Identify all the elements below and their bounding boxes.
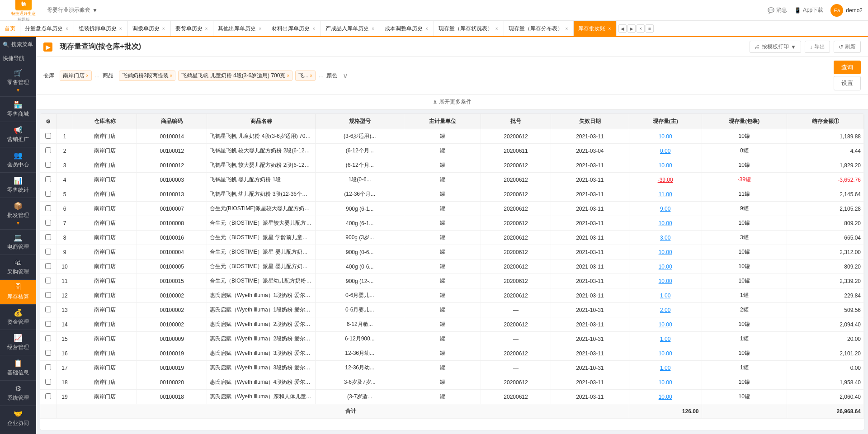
tab-home[interactable]: 首页 [0,21,20,37]
page-expand-btn[interactable]: ▶ [43,42,52,52]
td-checkbox[interactable] [40,216,57,231]
industry-select[interactable]: 母婴行业演示账套 ▼ [47,6,98,14]
row-checkbox[interactable] [45,263,51,269]
td-stock-main[interactable]: 1.00 [629,288,702,303]
settings-btn[interactable]: 设置 [834,76,861,90]
close-chengpin[interactable]: × [371,26,375,31]
sidebar-item-marketing[interactable]: 📢 营销推广 [0,122,36,147]
row-checkbox[interactable] [45,176,51,182]
row-checkbox[interactable] [45,292,51,298]
tab-kucun-batch[interactable]: 库存批次账 × [574,21,617,37]
td-checkbox[interactable] [40,202,57,216]
sidebar-item-system[interactable]: ⚙ 系统管理 [0,381,36,406]
goods-more[interactable]: … [318,72,324,79]
sidebar-item-purchase[interactable]: 🛍 采购管理 [0,255,36,280]
td-checkbox[interactable] [40,158,57,173]
query-btn[interactable]: 查询 [834,61,861,74]
close-xiancunl-dist[interactable]: × [565,26,569,31]
tab-zuzhuang[interactable]: 组装拆卸单历史 × [74,21,128,37]
tab-chuku[interactable]: 其他出库单历史 × [213,21,267,37]
goods-tag3-close[interactable]: × [310,73,312,78]
row-checkbox[interactable] [45,335,51,341]
sidebar-item-retail-stats[interactable]: 📊 零售统计 [0,173,36,198]
td-stock-main[interactable]: 9.00 [629,202,702,216]
td-stock-main[interactable]: 10.00 [629,245,702,259]
sidebar-item-basic-info[interactable]: 📋 基础信息 [0,355,36,381]
td-checkbox[interactable] [40,288,57,303]
row-checkbox[interactable] [45,379,51,385]
row-checkbox[interactable] [45,249,51,255]
sidebar-item-wholesale[interactable]: 📦 批发管理 ▼ [0,198,36,230]
warehouse-tag[interactable]: 南岸门店 × [60,71,92,81]
row-checkbox[interactable] [45,364,51,370]
td-stock-main[interactable]: 10.00 [629,390,702,404]
row-checkbox[interactable] [45,147,51,153]
warehouse-tag-close[interactable]: × [86,73,89,78]
export-btn[interactable]: ↓ 导出 [805,41,830,53]
tab-cailiao[interactable]: 材料出库单历史 × [267,21,321,37]
nav-close-all-btn[interactable]: × [637,24,645,33]
td-checkbox[interactable] [40,129,57,144]
sidebar-item-retail-store[interactable]: 🏪 零售商城 [0,97,36,122]
td-stock-main[interactable]: 10.00 [629,375,702,390]
user-area[interactable]: Ea demo2 [830,4,863,17]
refresh-btn[interactable]: ↺ 刷新 [834,41,861,53]
sidebar-item-inventory[interactable]: 🗄 库存核算 [0,280,36,305]
sidebar-item-members[interactable]: 👥 会员中心 [0,147,36,173]
warehouse-more[interactable]: … [94,72,100,79]
sidebar-search-btn[interactable]: 🔍 搜索菜单 [0,37,36,52]
close-zuzhuang[interactable]: × [118,26,123,31]
close-fenpan[interactable]: × [65,26,69,31]
close-chengbentiao[interactable]: × [425,26,429,31]
td-stock-main[interactable]: 10.00 [629,216,702,231]
close-yaohuo[interactable]: × [204,26,209,31]
nav-menu-btn[interactable]: ≡ [646,24,654,33]
sidebar-item-operations[interactable]: 📈 经营管理 [0,330,36,355]
row-checkbox[interactable] [45,191,51,197]
close-diaob[interactable]: × [161,26,166,31]
td-stock-main[interactable]: -39.00 [629,173,702,187]
row-checkbox[interactable] [45,307,51,312]
row-checkbox[interactable] [45,133,51,139]
td-checkbox[interactable] [40,317,57,332]
row-checkbox[interactable] [45,234,51,240]
sidebar-item-finance[interactable]: 💰 资金管理 [0,305,36,330]
td-stock-main[interactable]: 3.00 [629,231,702,245]
tab-fenpan[interactable]: 分量盘点单历史 × [20,21,74,37]
td-checkbox[interactable] [40,173,57,187]
td-stock-main[interactable]: 10.00 [629,346,702,361]
goods-tag-2[interactable]: 飞鹤星飞帆 儿童奶粉 4段(3-6岁适用) 700克 × [178,71,292,81]
td-stock-main[interactable]: 11.00 [629,187,702,202]
close-kucun-batch[interactable]: × [607,26,612,31]
tab-chengbentiao[interactable]: 成本调整单历史 × [380,21,434,37]
tab-xiancunl-status[interactable]: 现存量（库存状况表） × [434,21,504,37]
goods-tag-1[interactable]: 飞鹤奶粉3段两提装 × [119,71,176,81]
print-btn[interactable]: 🖨 按模板打印 ▼ [750,41,801,53]
row-checkbox[interactable] [45,162,51,168]
sidebar-item-enterprise[interactable]: 🤝 企业协同 [0,406,36,431]
td-checkbox[interactable] [40,375,57,390]
nav-prev-btn[interactable]: ◀ [618,24,627,33]
row-checkbox[interactable] [45,205,51,211]
td-stock-main[interactable]: 10.00 [629,317,702,332]
td-stock-main[interactable]: 1.00 [629,332,702,346]
tab-chengpin[interactable]: 产成品入库单历史 × [321,21,380,37]
td-checkbox[interactable] [40,346,57,361]
expand-more-btn[interactable]: ⊻ 展开更多条件 [433,98,472,106]
th-settings[interactable]: ⚙ [40,114,57,129]
td-checkbox[interactable] [40,245,57,259]
tab-yaohuo[interactable]: 要货单历史 × [171,21,214,37]
sidebar-quick-nav-btn[interactable]: 快捷导航 [0,52,36,65]
row-checkbox[interactable] [45,321,51,327]
tab-diaob[interactable]: 调拨单历史 × [128,21,171,37]
sidebar-item-retail-mgmt[interactable]: 🛒 零售管理 ▼ [0,65,36,97]
td-stock-main[interactable]: 10.00 [629,158,702,173]
row-checkbox[interactable] [45,350,51,356]
td-checkbox[interactable] [40,187,57,202]
goods-tag2-close[interactable]: × [287,73,289,78]
close-cailiao[interactable]: × [311,26,316,31]
sidebar-item-guide[interactable]: 🎯 新手引导 [0,431,36,434]
td-checkbox[interactable] [40,259,57,274]
td-stock-main[interactable]: 1.00 [629,361,702,375]
close-xiancunl-status[interactable]: × [495,26,499,31]
